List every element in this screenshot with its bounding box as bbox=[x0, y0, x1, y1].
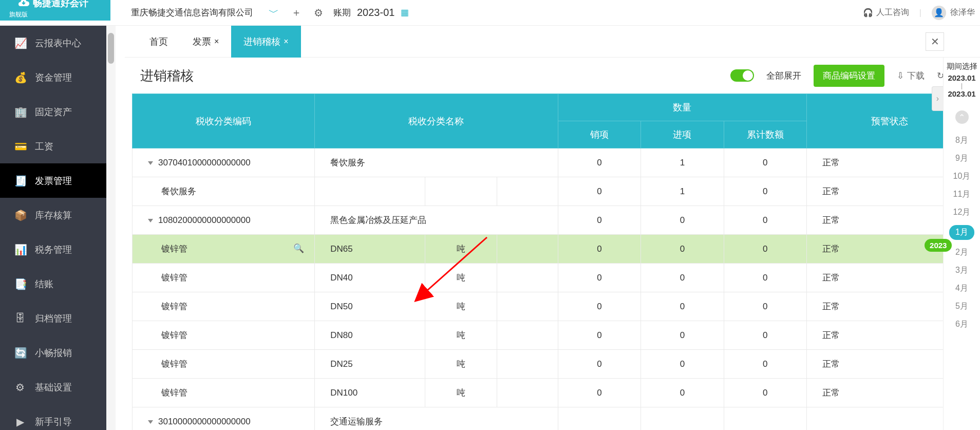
scroll-up-icon[interactable]: ⌃ bbox=[955, 110, 969, 124]
month-12月[interactable]: 12月 bbox=[953, 207, 971, 218]
invoice-icon: 🧾 bbox=[14, 175, 26, 187]
period-panel: 期间选择 2023.01 | 2023.01 ⌃ 8月9月10月11月12月1月… bbox=[943, 58, 980, 430]
plus-icon[interactable]: ＋ bbox=[291, 6, 301, 20]
cell-name: 交通运输服务 bbox=[315, 407, 558, 431]
money-icon: 💰 bbox=[14, 71, 26, 84]
month-3月[interactable]: 3月 bbox=[955, 265, 968, 276]
table-row[interactable]: 镀锌管 DN50 吨 0 0 0 正常 bbox=[133, 292, 973, 321]
expand-all-toggle[interactable] bbox=[730, 69, 754, 82]
cell-cumulative: 0 bbox=[724, 379, 806, 407]
chart-icon: 📈 bbox=[14, 37, 26, 49]
sidebar-item-stock[interactable]: 📦库存核算 bbox=[0, 198, 116, 232]
sidebar-item-invoice[interactable]: 🧾发票管理 bbox=[0, 163, 116, 198]
tab-发票[interactable]: 发票× bbox=[180, 26, 231, 58]
sidebar-item-archive[interactable]: 🗄归档管理 bbox=[0, 301, 116, 335]
gear-icon[interactable]: ⚙ bbox=[314, 7, 323, 19]
cell-empty bbox=[497, 292, 558, 321]
tab-首页[interactable]: 首页 bbox=[137, 26, 180, 58]
sidebar-item-chart[interactable]: 📈云报表中心 bbox=[0, 26, 116, 60]
download-button[interactable]: ⇩ 下载 bbox=[897, 70, 925, 82]
table-row[interactable]: 1080200000000000000 黑色金属冶炼及压延产品 0 0 0 正常 bbox=[133, 206, 973, 235]
expand-caret-icon[interactable] bbox=[148, 420, 153, 424]
download-icon: ⇩ bbox=[897, 70, 904, 81]
sidebar-item-salary[interactable]: 💳工资 bbox=[0, 129, 116, 163]
sidebar-item-label: 小畅报销 bbox=[35, 347, 72, 359]
table-row[interactable]: 餐饮服务 0 1 0 正常 bbox=[133, 177, 973, 206]
sidebar-item-label: 新手引导 bbox=[35, 416, 72, 428]
cell-name: 餐饮服务 bbox=[315, 148, 558, 177]
table-row[interactable]: 3010000000000000000 交通运输服务 bbox=[133, 407, 973, 431]
search-icon[interactable]: 🔍 bbox=[293, 243, 304, 254]
cell-empty bbox=[497, 321, 558, 350]
cell-cumulative: 0 bbox=[724, 148, 806, 177]
archive-icon: 🗄 bbox=[14, 312, 26, 324]
consult-link[interactable]: 🎧 人工咨询 bbox=[863, 7, 909, 18]
sidebar-item-settings[interactable]: ⚙基础设置 bbox=[0, 370, 116, 404]
cell-unit: 吨 bbox=[425, 350, 497, 379]
period-value[interactable]: 2023-01 bbox=[357, 7, 394, 18]
table-row[interactable]: 镀锌管 DN40 吨 0 0 0 正常 bbox=[133, 264, 973, 292]
table-row[interactable]: 镀锌管🔍 DN65 吨 0 0 0 正常 bbox=[133, 235, 973, 264]
cell-code: 3070401000000000000 bbox=[133, 148, 315, 177]
tax-icon: 📊 bbox=[14, 244, 26, 256]
company-selector[interactable]: 重庆畅捷交通信息咨询有限公司 bbox=[131, 7, 253, 18]
sidebar-item-label: 归档管理 bbox=[35, 312, 72, 325]
user-menu[interactable]: 👤 徐泽华 bbox=[932, 6, 975, 20]
expand-caret-icon[interactable] bbox=[148, 161, 153, 165]
month-1月[interactable]: 1月 bbox=[949, 225, 974, 240]
period-from[interactable]: 2023.01 bbox=[948, 73, 975, 82]
table-row[interactable]: 镀锌管 DN100 吨 0 0 0 正常 bbox=[133, 379, 973, 407]
tab-close-icon[interactable]: × bbox=[214, 37, 219, 46]
cell-sale bbox=[558, 407, 640, 431]
download-label: 下载 bbox=[907, 70, 925, 82]
product-code-settings-button[interactable]: 商品编码设置 bbox=[814, 65, 884, 87]
col-sale: 销项 bbox=[558, 121, 640, 148]
year-badge: 2023 bbox=[925, 239, 952, 252]
cell-spec: DN50 bbox=[315, 292, 425, 321]
month-11月[interactable]: 11月 bbox=[953, 189, 971, 200]
sidebar-scrollbar[interactable] bbox=[106, 26, 116, 430]
logo-subtitle: 旗舰版 bbox=[9, 10, 28, 19]
table-row[interactable]: 3070401000000000000 餐饮服务 0 1 0 正常 bbox=[133, 148, 973, 177]
month-8月[interactable]: 8月 bbox=[955, 135, 968, 146]
sidebar-item-building[interactable]: 🏢固定资产 bbox=[0, 95, 116, 129]
logo: 畅捷通好会计 旗舰版 bbox=[0, 0, 110, 21]
period-to[interactable]: 2023.01 bbox=[948, 89, 975, 98]
settings-icon: ⚙ bbox=[14, 381, 26, 394]
tab-close-icon[interactable]: × bbox=[284, 37, 288, 46]
sidebar-item-label: 云报表中心 bbox=[35, 37, 81, 49]
sidebar-item-guide[interactable]: ▶新手引导 bbox=[0, 404, 116, 430]
cell-cumulative: 0 bbox=[724, 292, 806, 321]
sidebar-item-label: 资金管理 bbox=[35, 71, 72, 84]
tab-label: 发票 bbox=[193, 35, 211, 48]
expand-caret-icon[interactable] bbox=[148, 219, 153, 222]
month-9月[interactable]: 9月 bbox=[955, 153, 968, 164]
cell-sale: 0 bbox=[558, 264, 640, 292]
sidebar-item-tax[interactable]: 📊税务管理 bbox=[0, 232, 116, 267]
close-all-tabs-button[interactable]: ✕ bbox=[926, 32, 944, 51]
cell-purchase: 0 bbox=[641, 292, 724, 321]
month-10月[interactable]: 10月 bbox=[953, 171, 971, 182]
calendar-icon[interactable]: ▦ bbox=[401, 7, 409, 18]
cell-cumulative: 0 bbox=[724, 321, 806, 350]
chevron-down-icon[interactable]: ﹀ bbox=[269, 6, 279, 20]
cell-purchase: 1 bbox=[641, 177, 724, 206]
sidebar-item-report[interactable]: 🔄小畅报销 bbox=[0, 335, 116, 370]
month-5月[interactable]: 5月 bbox=[955, 301, 968, 312]
cell-cumulative: 0 bbox=[724, 206, 806, 235]
table-row[interactable]: 镀锌管 DN80 吨 0 0 0 正常 bbox=[133, 321, 973, 350]
cell-spec: DN40 bbox=[315, 264, 425, 292]
month-6月[interactable]: 6月 bbox=[955, 319, 968, 330]
right-panel-collapse-handle[interactable]: › bbox=[932, 86, 943, 111]
cell-sale: 0 bbox=[558, 292, 640, 321]
month-4月[interactable]: 4月 bbox=[955, 283, 968, 294]
building-icon: 🏢 bbox=[14, 106, 26, 118]
tab-进销稽核[interactable]: 进销稽核× bbox=[231, 26, 300, 58]
sidebar-item-close-period[interactable]: 📑结账 bbox=[0, 267, 116, 301]
sidebar-item-label: 结账 bbox=[35, 278, 53, 290]
sidebar-item-money[interactable]: 💰资金管理 bbox=[0, 60, 116, 95]
table-row[interactable]: 镀锌管 DN25 吨 0 0 0 正常 bbox=[133, 350, 973, 379]
month-2月[interactable]: 2月 bbox=[955, 247, 968, 258]
sidebar-item-label: 工资 bbox=[35, 140, 53, 153]
cell-spec: DN25 bbox=[315, 350, 425, 379]
